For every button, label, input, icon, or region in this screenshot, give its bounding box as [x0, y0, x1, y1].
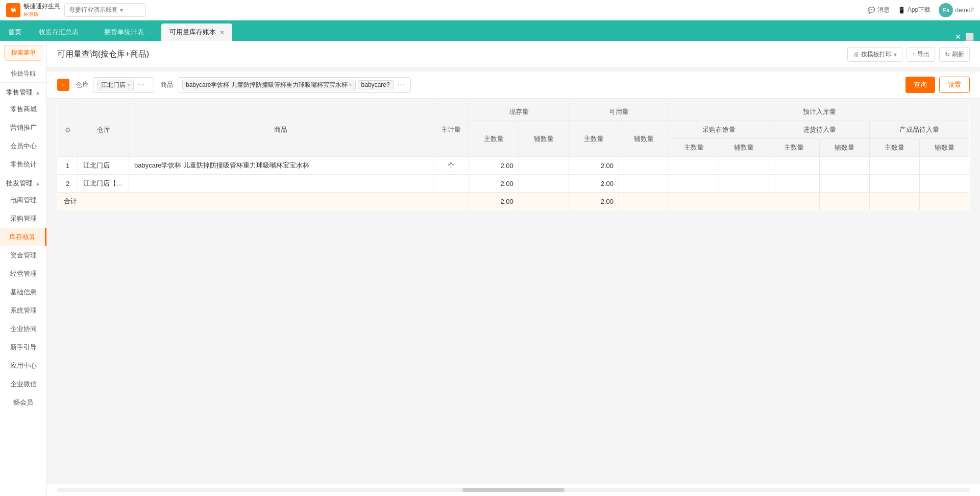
table-row: 2 江北门店【... 2.00 2.00	[58, 175, 970, 193]
close-tab-available[interactable]: ✕	[220, 30, 224, 35]
sidebar: 搜索菜单 快捷导航 零售管理 ▲ 零售商城 营销推广 会员中心 零售统计 批发管…	[0, 41, 47, 496]
scrollbar-thumb[interactable]	[462, 488, 565, 492]
sidebar-item-system[interactable]: 系统管理	[0, 301, 46, 320]
arrow-icon: ▲	[35, 90, 40, 96]
settings-btn[interactable]: 设置	[939, 77, 970, 93]
sidebar-section-retail: 零售管理 ▲ 零售商城 营销推广 会员中心 零售统计	[0, 83, 46, 174]
sidebar-section-wholesale: 批发管理 ▲	[0, 174, 46, 191]
th-stock-group: 现存量	[469, 103, 569, 121]
close-tab-receive[interactable]: ✕	[83, 30, 87, 35]
warehouse-tag: 江北门店 ×	[97, 80, 134, 90]
export-btn[interactable]: ↑ 导出	[906, 47, 935, 62]
sidebar-item-new-guide[interactable]: 新手引导	[0, 338, 46, 357]
tab-home[interactable]: 首页	[0, 23, 30, 41]
footer-stock-aux	[519, 193, 569, 210]
cell-stock-main: 2.00	[469, 175, 519, 193]
sidebar-item-wechat-work[interactable]: 企业微信	[0, 375, 46, 393]
footer-pur-main	[669, 193, 719, 210]
cell-warehouse: 江北门店【...	[78, 175, 129, 193]
cell-prod-aux	[919, 175, 969, 193]
content-area: 可用量查询(按仓库+商品) 🖨 按模板打印 ▾ ↑ 导出 ↻ 刷新 »	[47, 41, 980, 496]
warehouse-input[interactable]: 江北门店 × ···	[93, 77, 154, 93]
product-input[interactable]: babycare学饮杯 儿童防摔防撞吸管杯重力球吸嘴杯宝宝水杯 × babyca…	[178, 77, 411, 93]
cell-stock-aux	[519, 175, 569, 193]
message-icon: 💬	[868, 7, 875, 14]
sidebar-item-member2[interactable]: 畅会员	[0, 393, 46, 412]
remove-product-tag-1[interactable]: ×	[349, 82, 352, 88]
tab-receive-summary[interactable]: 收发存汇总表 ✕	[31, 23, 95, 41]
sidebar-item-ecommerce[interactable]: 电商管理	[0, 191, 46, 209]
footer-stock-main: 2.00	[469, 193, 519, 210]
sidebar-item-purchase[interactable]: 采购管理	[0, 209, 46, 228]
maximize-btn[interactable]: ⬜	[965, 33, 974, 41]
footer-avail-aux	[619, 193, 669, 210]
nav-controls: ✕ ⬜	[949, 33, 980, 41]
sidebar-item-marketing[interactable]: 营销推广	[0, 119, 46, 137]
cell-prod-main	[869, 175, 919, 193]
settings-icon[interactable]: ⚙	[65, 126, 71, 134]
sidebar-item-retail-stats[interactable]: 零售统计	[0, 155, 46, 174]
cell-unit	[433, 175, 469, 193]
close-window-btn[interactable]: ✕	[955, 33, 961, 41]
sidebar-group-retail[interactable]: 零售管理 ▲	[0, 83, 46, 100]
cell-pur-main	[669, 175, 719, 193]
scroll-area	[47, 484, 980, 496]
sidebar-item-finance[interactable]: 资金管理	[0, 246, 46, 265]
sidebar-item-basic-info[interactable]: 基础信息	[0, 283, 46, 301]
cell-warehouse: 江北门店	[78, 157, 129, 175]
chevron-print-icon: ▾	[894, 51, 897, 58]
horizontal-scrollbar[interactable]	[57, 488, 970, 492]
sidebar-item-enterprise[interactable]: 企业协同	[0, 320, 46, 338]
top-bar-right: 💬 消息 📱 App下载 Ea demo2	[868, 3, 974, 17]
product-tag-1: babycare学饮杯 儿童防摔防撞吸管杯重力球吸嘴杯宝宝水杯 ×	[182, 80, 356, 90]
print-icon: 🖨	[853, 51, 859, 58]
filter-area: » 仓库 江北门店 × ··· 商品 babycare学饮杯 儿童防摔防撞吸管杯…	[47, 72, 980, 99]
logo-icon: 畅	[6, 3, 20, 17]
logo-area: 畅 畅捷通好生意 标准版	[6, 2, 60, 18]
th-pur-main: 主数量	[669, 139, 719, 157]
cell-stock-aux	[519, 157, 569, 175]
sidebar-item-member[interactable]: 会员中心	[0, 137, 46, 155]
avatar: Ea	[939, 3, 953, 17]
tab-order-stats[interactable]: 要货单统计表 ✕	[96, 23, 160, 41]
nav-tabs: 首页 收发存汇总表 ✕ 要货单统计表 ✕ 可用量库存账本 ✕ ✕ ⬜	[0, 20, 980, 41]
app-download-btn[interactable]: 📱 App下载	[898, 6, 930, 14]
th-pur-aux: 辅数量	[719, 139, 769, 157]
th-avail-main: 主数量	[569, 121, 619, 157]
close-tab-order[interactable]: ✕	[148, 30, 152, 35]
refresh-icon: ↻	[945, 51, 950, 58]
th-expected-group: 预计入库量	[669, 103, 970, 121]
th-settings[interactable]: ⚙	[58, 103, 78, 157]
sidebar-item-inventory[interactable]: 库存核算	[0, 228, 46, 246]
product-more-dots[interactable]: ···	[396, 80, 406, 89]
top-bar: 畅 畅捷通好生意 标准版 母婴行业演示账套 ▾ 💬 消息 📱 App下载 Ea …	[0, 0, 980, 20]
tenant-selector[interactable]: 母婴行业演示账套 ▾	[64, 3, 146, 17]
remove-warehouse-tag[interactable]: ×	[127, 82, 130, 88]
th-unit: 主计量	[433, 103, 469, 157]
sidebar-item-operations[interactable]: 经营管理	[0, 265, 46, 283]
footer-in-aux	[819, 193, 869, 210]
filter-expand-btn[interactable]: »	[57, 79, 69, 91]
search-menu-btn[interactable]: 搜索菜单	[4, 45, 42, 61]
warehouse-more-dots[interactable]: ···	[136, 80, 146, 89]
download-icon: 📱	[898, 7, 905, 14]
sidebar-item-retail-mall[interactable]: 零售商城	[0, 100, 46, 119]
arrow-icon-2: ▲	[35, 181, 40, 186]
cell-product: babycare学饮杯 儿童防摔防撞吸管杯重力球吸嘴杯宝宝水杯	[129, 157, 433, 175]
sidebar-group-wholesale[interactable]: 批发管理 ▲	[0, 174, 46, 191]
product-label: 商品	[160, 80, 174, 89]
search-btn[interactable]: 查询	[905, 77, 935, 93]
warehouse-filter: 仓库 江北门店 × ···	[76, 77, 154, 93]
tab-available-inventory[interactable]: 可用量库存账本 ✕	[161, 23, 232, 41]
sidebar-quick-nav[interactable]: 快捷导航	[0, 65, 46, 83]
logo-text: 畅捷通好生意 标准版	[23, 2, 60, 18]
th-in-main: 主数量	[769, 139, 819, 157]
th-avail-aux: 辅数量	[619, 121, 669, 157]
print-btn[interactable]: 🖨 按模板打印 ▾	[847, 47, 902, 62]
refresh-btn[interactable]: ↻ 刷新	[939, 47, 970, 62]
cell-prod-aux	[919, 157, 969, 175]
user-menu[interactable]: Ea demo2	[939, 3, 974, 17]
message-btn[interactable]: 💬 消息	[868, 6, 890, 14]
footer-pur-aux	[719, 193, 769, 210]
sidebar-item-app-center[interactable]: 应用中心	[0, 357, 46, 375]
